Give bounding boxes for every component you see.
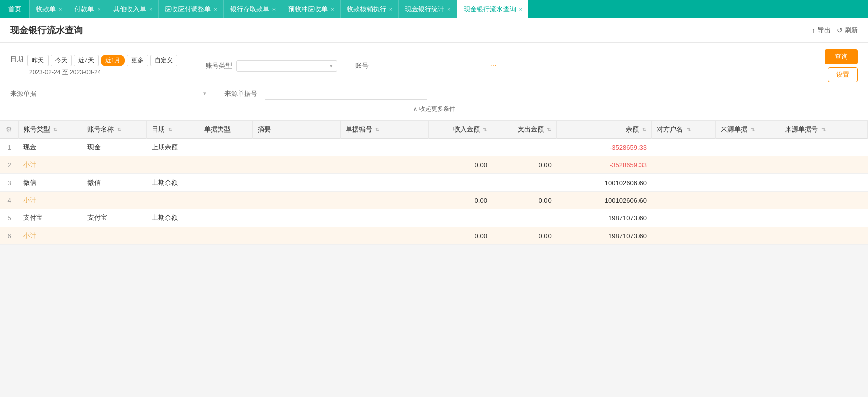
th-account-type: 账号类型 ⇅ [18, 121, 82, 139]
account-type-filter: 账号类型 ▾ [206, 60, 337, 72]
sort-icon[interactable]: ⇅ [751, 127, 755, 133]
nav-tab-shoukuanzhixing[interactable]: 收款核销执行 × [340, 0, 398, 18]
sort-icon[interactable]: ⇅ [168, 127, 172, 133]
cell-source-doc [716, 174, 780, 192]
sort-icon[interactable]: ⇅ [687, 127, 691, 133]
close-icon[interactable]: × [519, 6, 522, 12]
date-btn-yesterday[interactable]: 昨天 [27, 55, 49, 66]
cell-expense [492, 139, 557, 156]
table-row: 4 小计 0.00 0.00 100102606.60 [0, 192, 868, 209]
source-doc-num-input[interactable] [265, 87, 427, 100]
refresh-button[interactable]: ↺ 刷新 [837, 26, 858, 35]
cell-balance: -3528659.33 [557, 156, 652, 174]
cell-doc-no [340, 192, 428, 209]
account-type-label: 账号类型 [206, 61, 232, 70]
date-btn-more[interactable]: 更多 [127, 55, 148, 66]
source-doc-num-label: 来源单据号 [224, 89, 257, 98]
cell-balance: 100102606.60 [557, 174, 652, 192]
cell-income: 0.00 [428, 227, 492, 245]
page-title: 现金银行流水查询 [10, 24, 83, 36]
close-icon[interactable]: × [214, 6, 217, 12]
cell-doc-no [340, 156, 428, 174]
th-date: 日期 ⇅ [147, 121, 199, 139]
cell-doc-no [340, 174, 428, 192]
close-icon[interactable]: × [389, 6, 392, 12]
cell-account-name: 现金 [82, 139, 147, 156]
nav-tab-xianjinyinhantongji[interactable]: 现金银行统计 × [398, 0, 456, 18]
sort-icon[interactable]: ⇅ [642, 127, 646, 133]
cell-doc-type [199, 174, 253, 192]
query-button[interactable]: 查询 [825, 49, 858, 64]
header-actions: ↑ 导出 ↺ 刷新 [812, 26, 858, 35]
nav-tab-qitashouru[interactable]: 其他收入单 × [107, 0, 158, 18]
cell-source-doc-no [780, 192, 868, 209]
sort-icon[interactable]: ⇅ [53, 127, 57, 133]
cell-income [428, 209, 492, 227]
row-num: 4 [0, 192, 18, 209]
sort-icon[interactable]: ⇅ [821, 127, 826, 133]
account-type-select[interactable]: ▾ [236, 60, 337, 72]
page-header: 现金银行流水查询 ↑ 导出 ↺ 刷新 [0, 18, 868, 43]
th-doc-type: 单据类型 [199, 121, 253, 139]
cell-source-doc [716, 156, 780, 174]
close-icon[interactable]: × [97, 6, 100, 12]
cell-counterpart [652, 209, 716, 227]
cell-expense: 0.00 [492, 156, 557, 174]
close-icon[interactable]: × [149, 6, 152, 12]
date-btn-custom[interactable]: 自定义 [150, 55, 177, 66]
chevron-down-icon-2: ▾ [203, 90, 206, 97]
source-doc-select[interactable]: ▾ [44, 88, 206, 99]
date-label: 日期 [10, 55, 23, 64]
sort-icon[interactable]: ⇅ [117, 127, 121, 133]
table-header-row: ⚙ 账号类型 ⇅ 账号名称 ⇅ 日期 ⇅ 单据类型 摘要 [0, 121, 868, 139]
sort-icon[interactable]: ⇅ [483, 127, 487, 133]
filter-area: 日期 昨天 今天 近7天 近1月 更多 自定义 2023-02-24 至 202… [0, 43, 868, 121]
date-btn-1month[interactable]: 近1月 [101, 55, 125, 66]
cell-income [428, 139, 492, 156]
th-summary: 摘要 [253, 121, 341, 139]
th-source-doc-no: 来源单据号 ⇅ [780, 121, 868, 139]
date-btn-7days[interactable]: 近7天 [74, 55, 99, 66]
nav-tab-shoukuandan[interactable]: 收款单 × [29, 0, 68, 18]
cell-summary [253, 156, 341, 174]
data-table: ⚙ 账号类型 ⇅ 账号名称 ⇅ 日期 ⇅ 单据类型 摘要 [0, 121, 868, 245]
chevron-down-icon: ▾ [330, 63, 333, 69]
export-button[interactable]: ↑ 导出 [812, 26, 831, 35]
cell-balance: 19871073.60 [557, 209, 652, 227]
sort-icon[interactable]: ⇅ [547, 127, 551, 133]
cell-account-type: 小计 [18, 156, 82, 174]
cell-doc-no [340, 139, 428, 156]
cell-account-name [82, 192, 147, 209]
th-balance: 余额 ⇅ [557, 121, 652, 139]
cell-doc-type [199, 209, 253, 227]
nav-home[interactable]: 首页 [0, 0, 29, 18]
th-counterpart: 对方户名 ⇅ [652, 121, 716, 139]
filter-row-1: 日期 昨天 今天 近7天 近1月 更多 自定义 2023-02-24 至 202… [10, 49, 858, 82]
nav-tab-yushouzhengying[interactable]: 预收冲应收单 × [282, 0, 340, 18]
cell-account-type: 现金 [18, 139, 82, 156]
cell-date [147, 227, 199, 245]
cell-income: 0.00 [428, 156, 492, 174]
cell-source-doc [716, 209, 780, 227]
gear-icon[interactable]: ⚙ [6, 125, 12, 134]
close-icon[interactable]: × [59, 6, 62, 12]
close-icon[interactable]: × [447, 6, 450, 12]
cell-summary [253, 209, 341, 227]
setting-button[interactable]: 设置 [828, 67, 858, 82]
account-dots-button[interactable]: ··· [488, 61, 498, 70]
filter-row-2: 来源单据 ▾ 来源单据号 [10, 87, 858, 100]
nav-tab-yinhangcunqu[interactable]: 银行存取款单 × [223, 0, 282, 18]
nav-tab-xianjinliushui[interactable]: 现金银行流水查询 × [457, 0, 528, 18]
collapse-bar[interactable]: ∧ 收起更多条件 [10, 102, 858, 114]
row-num: 1 [0, 139, 18, 156]
account-select[interactable] [373, 64, 484, 68]
cell-balance: 19871073.60 [557, 227, 652, 245]
nav-tab-yingshoutiaozheng[interactable]: 应收应付调整单 × [158, 0, 223, 18]
close-icon[interactable]: × [272, 6, 276, 12]
nav-tab-fukuandan[interactable]: 付款单 × [68, 0, 106, 18]
close-icon[interactable]: × [331, 6, 334, 12]
cell-income: 0.00 [428, 192, 492, 209]
date-btn-today[interactable]: 今天 [51, 55, 72, 66]
sort-icon[interactable]: ⇅ [375, 127, 379, 133]
th-gear: ⚙ [0, 121, 18, 139]
